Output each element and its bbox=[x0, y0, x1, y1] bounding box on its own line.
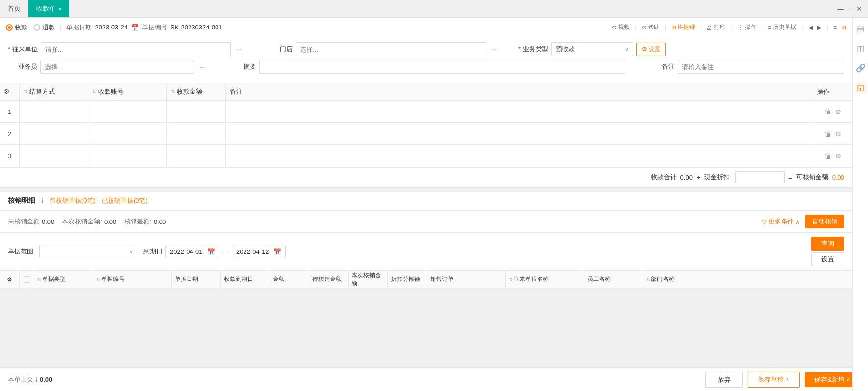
row3-delete-icon[interactable]: 🗑 bbox=[824, 152, 831, 160]
row3-num: 3 bbox=[0, 145, 20, 167]
row2-copy-icon[interactable]: ⊕ bbox=[835, 130, 841, 138]
grid-btn[interactable]: ⊞ bbox=[841, 24, 846, 31]
done-tab[interactable]: 已核销单据(0笔) bbox=[102, 196, 148, 205]
receipt-radio[interactable]: 收款 bbox=[6, 23, 27, 32]
form-settings-button[interactable]: ⚙ 设置 bbox=[636, 43, 666, 56]
bth-staff: 员工名称 bbox=[584, 271, 643, 288]
calendar-icon[interactable]: 📅 bbox=[131, 24, 139, 31]
range-select[interactable]: ∨ bbox=[39, 245, 137, 258]
docnum-label: 单据编号 bbox=[142, 23, 167, 32]
row1-copy-icon[interactable]: ⊕ bbox=[835, 108, 841, 115]
window-controls: — □ ✕ bbox=[838, 5, 868, 13]
table-row: 1 🗑 ⊕ bbox=[0, 101, 852, 123]
nav-prev-btn[interactable]: ◀ bbox=[808, 24, 813, 31]
pending-tab[interactable]: 待核销单据(0笔) bbox=[50, 196, 96, 205]
date-from-input[interactable]: 2022-04-01 📅 bbox=[165, 245, 219, 258]
win-close-button[interactable]: ✕ bbox=[856, 5, 862, 13]
tab-close-icon[interactable]: × bbox=[58, 6, 61, 12]
help-btn[interactable]: ⊙ 帮助 bbox=[642, 23, 660, 31]
save-draft-button[interactable]: 保存草稿 ∧ bbox=[748, 372, 800, 388]
th-settlement: ⇅ 结算方式 bbox=[20, 83, 88, 100]
abandon-button[interactable]: 放弃 bbox=[705, 372, 743, 388]
auto-reconcile-button[interactable]: 自动核销 bbox=[805, 215, 844, 228]
counterparty-input[interactable] bbox=[41, 42, 231, 56]
sidebar-table-icon[interactable]: ▤ bbox=[855, 23, 867, 34]
ops-btn[interactable]: ⋮ 操作 bbox=[737, 23, 757, 31]
col-current-label: 本次核销金额 bbox=[352, 271, 384, 288]
row1-amount[interactable] bbox=[167, 101, 226, 122]
filter-settings-button[interactable]: 设置 bbox=[811, 252, 844, 266]
print-btn[interactable]: 🖨 打印 bbox=[706, 23, 726, 31]
th-account: ⇅ 收款账号 bbox=[88, 83, 167, 100]
more-conditions-label: 更多条件 bbox=[768, 217, 794, 226]
row3-settlement[interactable] bbox=[20, 145, 88, 167]
col-dept-label: 部门名称 bbox=[651, 275, 675, 283]
biz-type-select[interactable]: 预收款 ∨ bbox=[551, 42, 633, 56]
bth-settings[interactable]: ⚙ bbox=[0, 271, 20, 288]
nav-next-btn[interactable]: ▶ bbox=[817, 24, 822, 31]
sidebar-scan-icon[interactable]: ◱ bbox=[855, 82, 867, 93]
row2-amount[interactable] bbox=[167, 123, 226, 144]
th-settings[interactable]: ⚙ bbox=[0, 83, 20, 100]
sidebar-link-icon[interactable]: 🔗 bbox=[855, 62, 867, 74]
summary-input[interactable] bbox=[259, 60, 625, 74]
row1-note[interactable] bbox=[226, 101, 813, 122]
row3-copy-icon[interactable]: ⊕ bbox=[835, 152, 841, 160]
counterparty-more-icon[interactable]: ··· bbox=[234, 45, 244, 53]
tab-receipt[interactable]: 收款单 × bbox=[28, 0, 69, 17]
store-input[interactable] bbox=[296, 42, 486, 56]
refund-radio[interactable]: 退款 bbox=[33, 23, 55, 32]
bottom-table-header: ⚙ ⇅ 单据类型 ⇅ 单据编号 单据日期 收款到期日 金额 bbox=[0, 271, 852, 288]
sidebar-doc-icon[interactable]: ◫ bbox=[855, 42, 867, 54]
row2-account[interactable] bbox=[88, 123, 167, 144]
video-btn[interactable]: ⊙ 视频 bbox=[612, 23, 630, 31]
row1-account[interactable] bbox=[88, 101, 167, 122]
row2-settlement[interactable] bbox=[20, 123, 88, 144]
shortcut-btn[interactable]: ⊞ 快捷键 bbox=[671, 23, 695, 31]
biz-type-label: 业务类型 bbox=[518, 45, 548, 54]
grid-icon: ⊞ bbox=[841, 24, 846, 31]
reconciliation-section: 核销明细 ℹ 待核销单据(0笔) 已核销单据(0笔) 未核销金额 0.00 本次… bbox=[0, 192, 852, 288]
table-row: 3 🗑 ⊕ bbox=[0, 145, 852, 167]
bth-amount: 金额 bbox=[270, 271, 309, 288]
section-title: 核销明细 bbox=[8, 196, 35, 205]
row2-delete-icon[interactable]: 🗑 bbox=[824, 130, 831, 138]
col-amount-label: 收款金额 bbox=[177, 87, 202, 96]
row3-amount[interactable] bbox=[167, 145, 226, 167]
staff-label: 业务员 bbox=[8, 62, 37, 71]
toolbar-right: ⊙ 视频 | ⊙ 帮助 | ⊞ 快捷键 | 🖨 打印 | ⋮ 操作 bbox=[612, 23, 846, 31]
query-button[interactable]: 查询 bbox=[811, 237, 844, 251]
row1-settlement[interactable] bbox=[20, 101, 88, 122]
th-amount: ⇅ 收款金额 bbox=[167, 83, 226, 100]
row3-note[interactable] bbox=[226, 145, 813, 167]
win-max-button[interactable]: □ bbox=[848, 5, 852, 13]
select-all-checkbox[interactable] bbox=[24, 276, 30, 283]
row2-note[interactable] bbox=[226, 123, 813, 144]
biz-type-field: 业务类型 预收款 ∨ ⚙ 设置 bbox=[518, 42, 666, 56]
total-value: 0.00 bbox=[680, 174, 693, 181]
history-btn[interactable]: ≡ 历史单据 bbox=[768, 23, 796, 31]
date-from-cal-icon[interactable]: 📅 bbox=[207, 248, 215, 255]
win-min-button[interactable]: — bbox=[838, 5, 844, 13]
footer-info-icon[interactable]: ℹ bbox=[35, 376, 38, 383]
date-to-cal-icon[interactable]: 📅 bbox=[273, 248, 281, 255]
layout-btn[interactable]: ≡ bbox=[833, 24, 837, 31]
total-label: 收款合计 bbox=[651, 173, 677, 182]
discount-input[interactable] bbox=[735, 171, 785, 183]
staff-input[interactable] bbox=[40, 60, 194, 74]
staff-more-icon[interactable]: ··· bbox=[197, 63, 207, 71]
date-to-input[interactable]: 2022-04-12 📅 bbox=[232, 245, 286, 258]
note-input[interactable] bbox=[678, 60, 844, 74]
info-icon[interactable]: ℹ bbox=[41, 197, 44, 204]
bth-check[interactable] bbox=[20, 271, 34, 288]
receipt-table: ⚙ ⇅ 结算方式 ⇅ 收款账号 ⇅ 收款金额 备注 操作 1 bbox=[0, 83, 852, 168]
stats-right: ▽ 更多条件 ∧ 自动核销 bbox=[762, 215, 844, 228]
counterparty-field: 往来单位 ··· bbox=[8, 42, 244, 56]
row3-account[interactable] bbox=[88, 145, 167, 167]
summary-label: 摘要 bbox=[227, 62, 256, 71]
row1-delete-icon[interactable]: 🗑 bbox=[824, 108, 831, 115]
more-conditions-btn[interactable]: ▽ 更多条件 ∧ bbox=[762, 217, 800, 226]
row2-num: 2 bbox=[0, 123, 20, 144]
store-more-icon[interactable]: ··· bbox=[489, 45, 499, 53]
tab-home[interactable]: 首页 bbox=[0, 0, 28, 17]
